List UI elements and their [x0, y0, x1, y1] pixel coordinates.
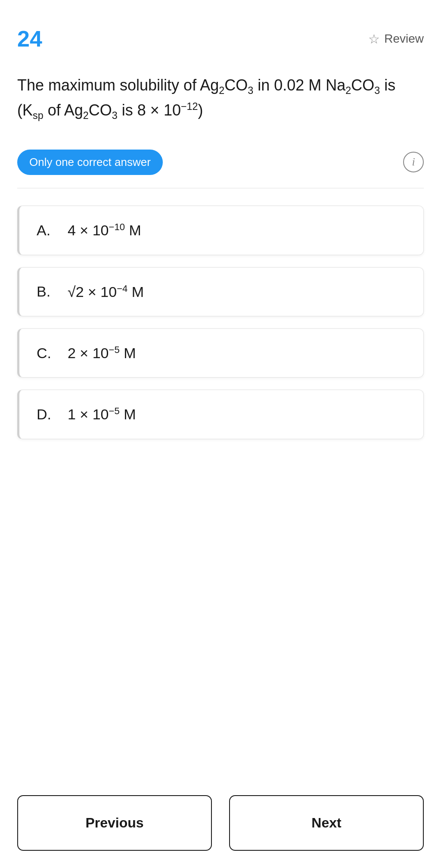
- answer-type-row: Only one correct answer i: [17, 150, 424, 175]
- option-c[interactable]: C. 2 × 10−5 M: [17, 328, 424, 378]
- option-a[interactable]: A. 4 × 10−10 M: [17, 206, 424, 255]
- next-button[interactable]: Next: [229, 795, 424, 851]
- divider: [17, 188, 424, 189]
- page-container: 24 ☆ Review The maximum solubility of Ag…: [0, 0, 441, 868]
- nav-buttons: Previous Next: [17, 787, 424, 851]
- option-c-label: C.: [37, 345, 52, 362]
- info-icon[interactable]: i: [403, 152, 424, 172]
- star-icon: ☆: [368, 31, 380, 47]
- option-c-content: 2 × 10−5 M: [68, 344, 136, 362]
- options-list: A. 4 × 10−10 M B. √2 × 10−4 M C. 2 × 10−…: [17, 206, 424, 439]
- option-b-content: √2 × 10−4 M: [68, 283, 144, 300]
- question-text: The maximum solubility of Ag2CO3 in 0.02…: [17, 73, 424, 124]
- option-a-label: A.: [37, 222, 52, 239]
- review-label: Review: [384, 32, 424, 46]
- review-button[interactable]: ☆ Review: [368, 31, 424, 47]
- option-b-label: B.: [37, 283, 52, 300]
- question-number: 24: [17, 26, 42, 52]
- option-d[interactable]: D. 1 × 10−5 M: [17, 390, 424, 439]
- option-b[interactable]: B. √2 × 10−4 M: [17, 267, 424, 316]
- option-d-content: 1 × 10−5 M: [68, 406, 136, 423]
- previous-button[interactable]: Previous: [17, 795, 212, 851]
- answer-type-badge: Only one correct answer: [17, 150, 163, 175]
- option-a-content: 4 × 10−10 M: [68, 222, 141, 239]
- option-d-label: D.: [37, 406, 52, 423]
- header: 24 ☆ Review: [17, 26, 424, 52]
